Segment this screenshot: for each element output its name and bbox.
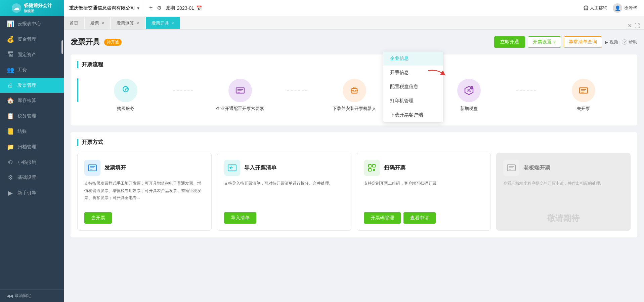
sidebar-item-fixed-asset[interactable]: 🏗 固定资产 (0, 47, 64, 62)
logo-icon: ☁ (12, 3, 21, 13)
avatar: 👤 (613, 3, 622, 13)
top-bar: ☁ 畅捷通好会计 旗舰版 重庆畅捷交通信息咨询有限公司 ▾ + ⚙ 账期 202… (0, 0, 644, 16)
sidebar-item-basic-settings[interactable]: ⚙ 基础设置 (0, 170, 64, 185)
dropdown-item-printer-mgmt[interactable]: 打印机管理 (383, 94, 443, 108)
fill-invoice-icon (84, 160, 100, 176)
sidebar-item-fund[interactable]: 💰 资金管理 (0, 32, 64, 47)
sidebar-item-cloud-report[interactable]: 📊 云报表中心 (0, 16, 64, 32)
chevron-down-icon: ∨ (553, 40, 556, 44)
dropdown-item-download-client[interactable]: 下载开票客户端 (383, 108, 443, 122)
user-area[interactable]: 👤 徐泽华 (613, 3, 637, 13)
qr-mgmt-button[interactable]: 开票码管理 (364, 212, 401, 224)
tab-invoice[interactable]: 发票 ✕ (85, 17, 110, 29)
svg-rect-11 (354, 87, 355, 88)
salary-icon: 👥 (7, 66, 14, 74)
collapse-icon: ◀◀ (7, 294, 13, 298)
period-display: 账期 2023-01 📅 (166, 5, 202, 11)
sidebar: 📊 云报表中心 💰 资金管理 🏗 固定资产 👥 工资 🖨 发票管理 🏠 库存核算… (0, 16, 64, 302)
headset-icon: 🎧 (583, 5, 589, 10)
sidebar-item-xiao-report[interactable]: © 小畅报销 (0, 155, 64, 170)
settings-button[interactable]: 开票设置 ∨ (528, 36, 561, 48)
support-button[interactable]: 🎧 人工咨询 (583, 5, 607, 11)
logo: ☁ 畅捷通好会计 旗舰版 (0, 0, 64, 16)
methods-section: 开票方式 发票填开 支持按照发票样式手工填开发票；可开具增值税电子普通发票、增值… (71, 132, 637, 237)
close-icon[interactable]: ✕ (171, 21, 174, 26)
svg-rect-29 (369, 168, 371, 171)
logo-sub: 旗舰版 (24, 9, 52, 13)
sidebar-item-invoice-mgmt[interactable]: 🖨 发票管理 (0, 78, 64, 93)
svg-rect-28 (369, 164, 371, 167)
method-card-boss-invoice: 老板端开票 查看老板端小程序提交的开票申请，并作出相应的处理。 敬请期待 (496, 153, 631, 231)
close-icon[interactable]: ✕ (136, 21, 139, 26)
xiao-report-icon: © (7, 159, 14, 166)
basic-settings-icon: ⚙ (7, 174, 14, 181)
config-enterprise-icon (228, 79, 252, 102)
import-invoice-icon (224, 160, 240, 176)
buy-service-icon: + (114, 79, 137, 102)
close-all-icon[interactable]: ✕ (628, 23, 632, 29)
sidebar-item-salary[interactable]: 👥 工资 (0, 62, 64, 78)
maximize-icon[interactable]: ⛶ (635, 23, 640, 29)
tab-actions: ✕ ⛶ (624, 23, 644, 29)
settlement-icon: 📒 (7, 128, 14, 135)
tax-icon: 📋 (7, 112, 14, 120)
sidebar-item-archive[interactable]: 📁 归档管理 (0, 139, 64, 155)
svg-rect-30 (373, 164, 375, 167)
add-icon[interactable]: + (149, 4, 153, 11)
anomaly-button[interactable]: 异常清单查询 (564, 36, 602, 48)
view-apply-button[interactable]: 查看申请 (403, 212, 436, 224)
dropdown-item-tax-disk-config[interactable]: 配置税盘信息 (383, 80, 443, 94)
fixed-asset-icon: 🏗 (7, 51, 14, 58)
step-connector-1 (173, 90, 193, 90)
svg-text:税: 税 (467, 89, 471, 92)
company-selector[interactable]: 重庆畅捷交通信息咨询有限公司 ▾ (64, 0, 145, 16)
chevron-down-icon: ▾ (137, 5, 139, 11)
fund-icon: 💰 (7, 36, 14, 43)
logo-text: 畅捷通好会计 (24, 3, 52, 9)
settings-icon[interactable]: ⚙ (157, 5, 162, 11)
sidebar-item-new-guide[interactable]: ▶ 新手引导 (0, 185, 64, 201)
close-icon[interactable]: ✕ (101, 21, 104, 26)
scan-invoice-header: 扫码开票 (364, 160, 484, 176)
calendar-icon[interactable]: 📅 (196, 5, 202, 11)
status-badge: 待开通 (104, 39, 122, 46)
sidebar-collapse-btn[interactable]: ◀◀ 取消固定 (0, 289, 64, 302)
method-card-import-invoice: 导入开票清单 支持导入待开票清单，可对待开票清单进行拆分、合并处理。 导入清单 (217, 153, 351, 231)
boss-invoice-icon (503, 160, 519, 176)
invoice-mgmt-icon: 🖨 (7, 82, 14, 89)
user-name: 徐泽华 (624, 5, 637, 11)
flow-section-title: 开票流程 (77, 61, 631, 68)
sidebar-scrollbar[interactable] (61, 40, 63, 54)
scan-invoice-buttons: 开票码管理 查看申请 (364, 212, 484, 224)
page-header: 发票开具 待开通 立即开通 开票设置 ∨ 异常清单查询 ▶ 视频 | ? 帮助 (71, 36, 637, 48)
video-icon[interactable]: ▶ (605, 40, 608, 45)
svg-rect-31 (373, 169, 375, 171)
dropdown-item-company-info[interactable]: 企业信息 (383, 51, 443, 66)
method-cards: 发票填开 支持按照发票样式手工填开发票；可开具增值税电子普通发票、增值税普通发票… (77, 153, 631, 231)
fill-invoice-button[interactable]: 去开票 (84, 212, 112, 224)
step-connector-4 (516, 90, 536, 90)
sidebar-item-tax[interactable]: 📋 税务管理 (0, 108, 64, 124)
overlay-text: 敬请期待 (497, 213, 630, 224)
method-card-scan-invoice: 扫码开票 支持定制开票二维码，客户端可扫码开票 开票码管理 查看申请 (357, 153, 491, 231)
video-help-area: ▶ 视频 | ? 帮助 (605, 39, 637, 45)
import-invoice-header: 导入开票清单 (224, 160, 344, 176)
sidebar-item-settlement[interactable]: 📒 结账 (0, 124, 64, 139)
dropdown-menu: 企业信息 开票信息 配置税盘信息 打印机管理 下载开票客户端 (383, 51, 443, 122)
methods-section-title: 开票方式 (77, 139, 631, 146)
import-invoice-button[interactable]: 导入清单 (224, 212, 256, 224)
toolbar-actions: + ⚙ 账期 2023-01 📅 (145, 4, 206, 11)
download-robot-icon (343, 79, 366, 102)
help-icon[interactable]: ? (622, 39, 627, 45)
tab-bar: 首页 发票 ✕ 发票测算 ✕ 发票开具 ✕ ✕ ⛶ (64, 16, 644, 30)
flow-section: 开票流程 + 购买服务 企业开通配置开票六要素 (71, 54, 637, 125)
archive-icon: 📁 (7, 143, 14, 151)
tab-invoice-calc[interactable]: 发票测算 ✕ (111, 17, 145, 29)
boss-invoice-header: 老板端开票 (503, 160, 624, 176)
page-title-area: 发票开具 待开通 (71, 37, 122, 47)
tab-invoice-issue[interactable]: 发票开具 ✕ (146, 17, 180, 29)
activate-button[interactable]: 立即开通 (494, 36, 525, 48)
sidebar-item-inventory[interactable]: 🏠 库存核算 (0, 93, 64, 108)
header-actions: 立即开通 开票设置 ∨ 异常清单查询 ▶ 视频 | ? 帮助 (494, 36, 637, 48)
tab-home[interactable]: 首页 (64, 17, 84, 29)
